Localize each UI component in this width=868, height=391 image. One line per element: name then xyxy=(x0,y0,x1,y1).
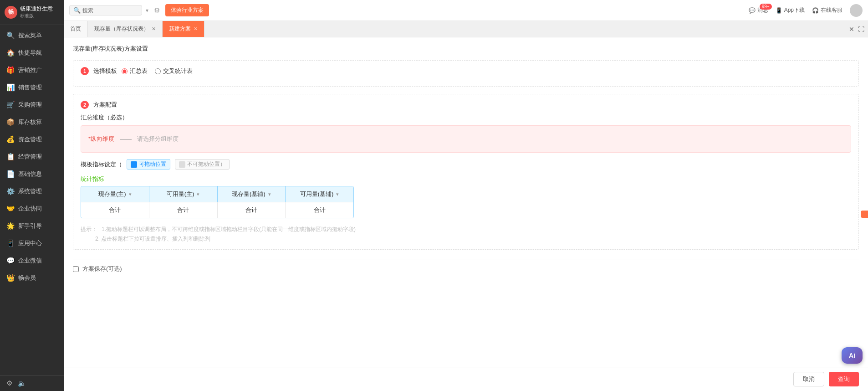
enterprise-label: 企业协同 xyxy=(18,205,42,213)
ai-float-btn[interactable]: Ai xyxy=(842,347,863,364)
service-btn[interactable]: 🎧 在线客服 xyxy=(812,6,842,14)
cross-radio-label[interactable]: 交叉统计表 xyxy=(155,67,193,75)
tips-item-1: 1.拖动标题栏可以调整布局，不可跨维度或指标区域拖动栏目字段(只能在同一维度或指… xyxy=(102,226,356,232)
col3-dropdown-icon[interactable]: ▾ xyxy=(268,191,271,197)
sidebar-item-search-menu[interactable]: 🔍搜索菜单 xyxy=(0,27,64,44)
stats-col-3[interactable]: 现存量(基辅) ▾ xyxy=(218,186,286,202)
dim-placeholder[interactable]: 请选择分组维度 xyxy=(137,135,179,143)
summary-radio-text: 汇总表 xyxy=(130,67,148,75)
cross-radio-text: 交叉统计表 xyxy=(163,67,193,75)
cross-radio[interactable] xyxy=(155,68,161,74)
sidebar-item-marketing[interactable]: 🎁营销推广 xyxy=(0,62,64,79)
message-btn[interactable]: 💬 消息 99+ xyxy=(749,6,768,14)
app-center-label: 应用中心 xyxy=(18,239,42,247)
stats-col-1[interactable]: 现存量(主) ▾ xyxy=(81,186,149,202)
sidebar-item-operation[interactable]: 📋经营管理 xyxy=(0,148,64,165)
step2-section: 2 方案配置 汇总维度（必选） *纵向维度 —— 请选择分组维度 模板指标设定（ xyxy=(73,94,859,250)
sidebar-item-enterprise[interactable]: 🤝企业协同 xyxy=(0,200,64,217)
summary-radio-label[interactable]: 汇总表 xyxy=(122,67,148,75)
wechat-label: 企业微信 xyxy=(18,257,42,265)
tab-new-plan-label: 新建方案 xyxy=(169,25,191,33)
sidebar-item-new-guide[interactable]: 🌟新手引导 xyxy=(0,217,64,235)
sidebar-item-basic-info[interactable]: 📄基础信息 xyxy=(0,165,64,183)
metrics-setting-row: 模板指标设定（ 可拖动位置 不可拖动位置） xyxy=(81,159,851,170)
new-guide-label: 新手引导 xyxy=(18,222,42,230)
operation-label: 经营管理 xyxy=(18,153,42,161)
member-label: 畅会员 xyxy=(18,274,36,282)
tab-new-plan-close[interactable]: ✕ xyxy=(194,26,198,32)
trial-btn[interactable]: 体验行业方案 xyxy=(165,4,209,16)
user-avatar[interactable] xyxy=(850,4,863,17)
step2-header: 2 方案配置 xyxy=(81,101,851,109)
tips-header: 提示： 1.拖动标题栏可以调整布局，不可跨维度或指标区域拖动栏目字段(只能在同一… xyxy=(81,226,851,233)
sidebar-item-app-center[interactable]: 📱应用中心 xyxy=(0,235,64,252)
basic-info-icon: 📄 xyxy=(6,170,15,178)
step1-badge: 1 xyxy=(81,67,89,75)
tab-inventory-close[interactable]: ✕ xyxy=(152,26,156,32)
sidebar-item-wechat[interactable]: 💬企业微信 xyxy=(0,252,64,269)
stats-cell-1-4: 合计 xyxy=(286,202,353,218)
stats-table-row-1: 合计 合计 合计 合计 xyxy=(81,202,353,218)
col4-dropdown-icon[interactable]: ▾ xyxy=(336,191,339,197)
stats-table: 现存量(主) ▾ 可用量(主) ▾ 现存量(基辅) ▾ 可用量(基辅) xyxy=(81,186,354,218)
stats-col-4[interactable]: 可用量(基辅) ▾ xyxy=(286,186,353,202)
tabbar-controls: ✕ ⛶ xyxy=(849,26,868,33)
search-menu-icon: 🔍 xyxy=(6,31,15,40)
stats-table-header: 现存量(主) ▾ 可用量(主) ▾ 现存量(基辅) ▾ 可用量(基辅) xyxy=(81,186,353,202)
sidebar-item-inventory[interactable]: 📦库存核算 xyxy=(0,113,64,131)
app-center-icon: 📱 xyxy=(6,239,15,247)
side-scroll-hint[interactable] xyxy=(861,211,868,218)
stats-cell-1-3: 合计 xyxy=(218,202,286,218)
cancel-btn[interactable]: 取消 xyxy=(793,372,824,386)
audio-icon[interactable]: 🔈 xyxy=(18,379,26,387)
stats-col-2[interactable]: 可用量(主) ▾ xyxy=(149,186,218,202)
step2-badge: 2 xyxy=(81,101,89,109)
main-area: 🔍 ▾ ⚙ 体验行业方案 💬 消息 99+ 📱 App下载 🎧 在线客服 xyxy=(64,0,868,391)
search-box[interactable]: 🔍 xyxy=(69,5,142,15)
query-btn[interactable]: 查询 xyxy=(829,372,859,386)
tab-inventory-status[interactable]: 现存量（库存状况表） ✕ xyxy=(88,21,163,37)
step1-title: 选择模板 xyxy=(93,67,117,75)
tab-inventory-label: 现存量（库存状况表） xyxy=(94,25,149,33)
settings-icon[interactable]: ⚙ xyxy=(6,379,12,387)
dropdown-arrow[interactable]: ▾ xyxy=(146,7,148,14)
message-badge: 99+ xyxy=(760,4,772,10)
save-checkbox[interactable] xyxy=(73,266,79,272)
summary-radio[interactable] xyxy=(122,68,128,74)
close-tab-btn[interactable]: ✕ xyxy=(849,26,854,33)
expand-tab-btn[interactable]: ⛶ xyxy=(858,26,864,33)
quick-nav-icon: 🏠 xyxy=(6,49,15,57)
tab-new-plan[interactable]: 新建方案 ✕ xyxy=(163,21,204,37)
tab-home[interactable]: 首页 xyxy=(64,21,88,37)
logo: 畅 畅康通好生意 标准版 xyxy=(0,0,64,25)
sidebar-item-quick-nav[interactable]: 🏠快捷导航 xyxy=(0,44,64,62)
marketing-icon: 🎁 xyxy=(6,66,15,74)
logo-icon: 畅 xyxy=(5,6,17,19)
col2-dropdown-icon[interactable]: ▾ xyxy=(197,191,199,197)
quick-nav-label: 快捷导航 xyxy=(18,49,42,57)
step1-section: 1 选择模板 汇总表 交叉统计表 xyxy=(73,60,859,87)
topbar: 🔍 ▾ ⚙ 体验行业方案 💬 消息 99+ 📱 App下载 🎧 在线客服 xyxy=(64,0,868,21)
non-draggable-label: 不可拖动位置） xyxy=(187,160,225,168)
dim-row: *纵向维度 —— 请选择分组维度 xyxy=(88,135,843,143)
stats-cell-1-1: 合计 xyxy=(81,202,149,218)
sidebar-item-purchase[interactable]: 🛒采购管理 xyxy=(0,96,64,113)
sidebar-item-member[interactable]: 👑畅会员 xyxy=(0,269,64,287)
system-icon: ⚙️ xyxy=(6,187,15,196)
sidebar-item-system[interactable]: ⚙️系统管理 xyxy=(0,183,64,200)
finance-label: 资金管理 xyxy=(18,135,42,144)
stats-col-1-label: 现存量(主) xyxy=(98,190,126,198)
save-checkbox-label[interactable]: 方案保存(可选) xyxy=(82,265,122,273)
col1-dropdown-icon[interactable]: ▾ xyxy=(129,191,132,197)
content-area: 现存量(库存状况表)方案设置 1 选择模板 汇总表 交叉统计表 xyxy=(64,37,868,391)
marketing-label: 营销推广 xyxy=(18,66,42,74)
gear-icon[interactable]: ⚙ xyxy=(152,6,162,15)
service-label: 在线客服 xyxy=(821,6,842,14)
app-download-btn[interactable]: 📱 App下载 xyxy=(776,6,805,14)
tab-home-label: 首页 xyxy=(70,25,81,33)
sidebar-item-sales[interactable]: 📊销售管理 xyxy=(0,79,64,96)
dim-required-label: *纵向维度 xyxy=(88,135,114,143)
search-input[interactable] xyxy=(82,7,138,14)
finance-icon: 💰 xyxy=(6,135,15,144)
sidebar-item-finance[interactable]: 💰资金管理 xyxy=(0,131,64,148)
